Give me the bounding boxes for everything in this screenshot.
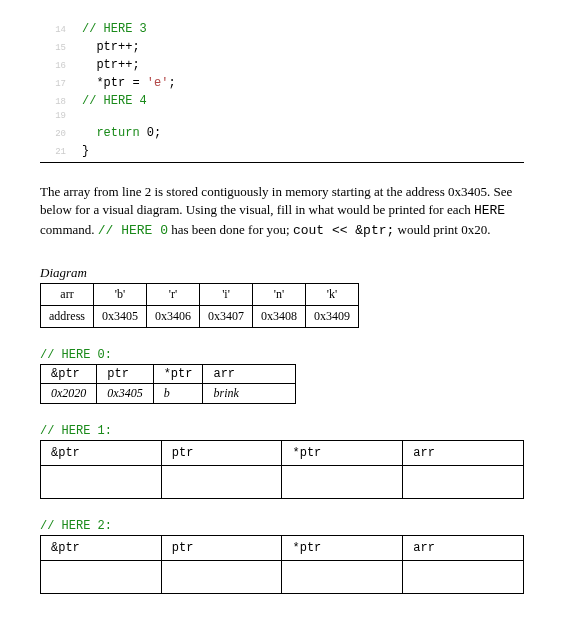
header-cell: &ptr [41,441,162,466]
header-cell: &ptr [41,365,97,384]
header-cell: &ptr [41,536,162,561]
text: command. [40,222,98,237]
here-0-label: // HERE 0: [40,348,524,362]
here-2-table: &ptr ptr *ptr arr [40,535,524,594]
cell: arr [41,284,94,306]
line-number: 15 [40,42,82,56]
cell: 'k' [306,284,359,306]
code-line: 21 } [40,142,524,160]
header-cell: arr [403,536,524,561]
answer-cell[interactable] [403,561,524,594]
line-number: 20 [40,128,82,142]
line-number: 21 [40,146,82,160]
code-line: 15 ptr++; [40,38,524,56]
code-token: ; [168,76,175,90]
mono-text: HERE [474,203,505,218]
answer-cell[interactable] [161,466,282,499]
cell: 0x3407 [200,306,253,328]
table-row: &ptr ptr *ptr arr [41,365,296,384]
answer-cell[interactable] [403,466,524,499]
cell: 0x3405 [97,384,153,404]
table-row: &ptr ptr *ptr arr [41,441,524,466]
header-cell: *ptr [153,365,203,384]
code-text: *ptr = 'e'; [82,74,176,92]
here-2-label: // HERE 2: [40,519,524,533]
code-comment: // HERE 3 [82,20,147,38]
line-number: 14 [40,24,82,38]
cell: 0x3405 [94,306,147,328]
code-text: } [82,142,89,160]
diagram-table: arr 'b' 'r' 'i' 'n' 'k' address 0x3405 0… [40,283,359,328]
code-block: 14 // HERE 3 15 ptr++; 16 ptr++; 17 *ptr… [40,20,524,160]
header-cell: arr [203,365,296,384]
code-line: 19 [40,110,524,124]
code-keyword: return [96,126,139,140]
header-cell: ptr [161,441,282,466]
here-1-table: &ptr ptr *ptr arr [40,440,524,499]
cell: 'n' [253,284,306,306]
line-number: 17 [40,78,82,92]
text: has been done for you; [168,222,293,237]
code-token: *ptr = [96,76,146,90]
table-row[interactable] [41,561,524,594]
answer-cell[interactable] [161,561,282,594]
divider [40,162,524,163]
header-cell: arr [403,441,524,466]
diagram-label: Diagram [40,265,524,281]
code-token: 0; [140,126,162,140]
problem-text: The array from line 2 is stored contiguo… [40,183,524,242]
cell: 0x3409 [306,306,359,328]
cell: brink [203,384,296,404]
cell: 0x3408 [253,306,306,328]
cell: 0x3406 [147,306,200,328]
code-line: 16 ptr++; [40,56,524,74]
mono-text: cout << &ptr; [293,223,394,238]
cell: address [41,306,94,328]
table-row: 0x2020 0x3405 b brink [41,384,296,404]
answer-cell[interactable] [282,561,403,594]
here-1-label: // HERE 1: [40,424,524,438]
code-token: ptr++; [96,58,139,72]
code-text: return 0; [82,124,161,142]
text: would print 0x20. [394,222,490,237]
header-cell: *ptr [282,536,403,561]
code-comment: // HERE 4 [82,92,147,110]
code-text: ptr++; [82,38,140,56]
header-cell: *ptr [282,441,403,466]
cell: b [153,384,203,404]
answer-cell[interactable] [41,466,162,499]
code-line: 18 // HERE 4 [40,92,524,110]
comment-text: // HERE 0 [98,223,168,238]
line-number: 18 [40,96,82,110]
code-line: 17 *ptr = 'e'; [40,74,524,92]
table-row[interactable] [41,466,524,499]
answer-cell[interactable] [282,466,403,499]
table-row: address 0x3405 0x3406 0x3407 0x3408 0x34… [41,306,359,328]
line-number: 16 [40,60,82,74]
table-row: &ptr ptr *ptr arr [41,536,524,561]
code-token: ptr++; [96,40,139,54]
table-row: arr 'b' 'r' 'i' 'n' 'k' [41,284,359,306]
text: The array from line 2 is stored contiguo… [40,184,512,218]
answer-cell[interactable] [41,561,162,594]
code-line: 14 // HERE 3 [40,20,524,38]
line-number: 19 [40,110,82,124]
code-string: 'e' [147,76,169,90]
header-cell: ptr [97,365,153,384]
here-0-table: &ptr ptr *ptr arr 0x2020 0x3405 b brink [40,364,296,404]
cell: 0x2020 [41,384,97,404]
cell: 'b' [94,284,147,306]
cell: 'i' [200,284,253,306]
code-text: ptr++; [82,56,140,74]
header-cell: ptr [161,536,282,561]
code-line: 20 return 0; [40,124,524,142]
cell: 'r' [147,284,200,306]
